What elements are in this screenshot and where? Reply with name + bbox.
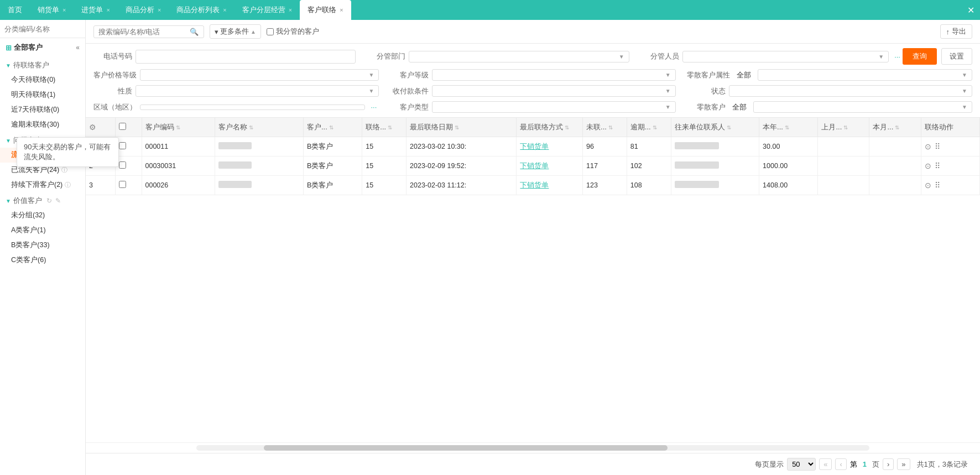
my-customers-checkbox-label[interactable]: 我分管的客户	[267, 27, 319, 36]
th-contact[interactable]: 联络... ⇅	[362, 118, 406, 137]
select-retail[interactable]: ▼	[753, 101, 972, 113]
tab-purchase[interactable]: 进货单 ×	[74, 0, 117, 20]
select-price-grade[interactable]: ▼	[140, 69, 379, 81]
next-page-button[interactable]: ›	[883, 458, 894, 470]
sidebar-item-overdue[interactable]: 逾期未联络(30)	[0, 117, 85, 132]
table-header-row: ⚙ 客户编码 ⇅ 客户名称	[86, 118, 980, 137]
table-row: 2 00030031 B类客户 15 2023-02-09 19:52: 下销货…	[86, 156, 980, 176]
method-link-1[interactable]: 下销货单	[520, 161, 549, 170]
sidebar-item-today[interactable]: 今天待联络(0)	[0, 72, 85, 87]
th-lastm[interactable]: 上月... ⇅	[818, 118, 869, 137]
tab-purchase-close[interactable]: ×	[106, 7, 110, 13]
sidebar-all-customers[interactable]: ⊞ 全部客户 «	[0, 38, 85, 57]
search-input[interactable]	[98, 28, 187, 36]
action-contact-icon-2[interactable]: ⊙	[925, 181, 931, 190]
scroll-container	[86, 442, 980, 453]
select-customer-grade[interactable]: ▼	[432, 69, 675, 81]
th-type[interactable]: 客户... ⇅	[303, 118, 362, 137]
tab-sales[interactable]: 销货单 ×	[30, 0, 74, 20]
page-word: 页	[872, 460, 879, 469]
input-phone[interactable]	[135, 50, 356, 64]
select-region[interactable]	[140, 105, 365, 110]
th-overdue[interactable]: 逾期... ⇅	[627, 118, 671, 137]
collapse-icon[interactable]: «	[76, 44, 80, 51]
settings-button[interactable]: 设置	[941, 48, 972, 65]
th-last-date[interactable]: 最后联络日期 ⇅	[406, 118, 517, 137]
tab-analysis-list-close[interactable]: ×	[223, 7, 226, 13]
method-link-0[interactable]: 下销货单	[520, 142, 549, 150]
td-overdue-0: 81	[627, 137, 671, 156]
tab-sales-close[interactable]: ×	[62, 7, 66, 13]
close-all-icon[interactable]: ✕	[967, 5, 980, 15]
per-page-select[interactable]: 50 100	[787, 458, 816, 471]
sidebar-item-tomorrow[interactable]: 明天待联络(1)	[0, 87, 85, 102]
label-retail-attr: 零散客户属性	[687, 70, 730, 80]
search-icon[interactable]: 🔍	[190, 28, 199, 36]
th-code[interactable]: 客户编码 ⇅	[142, 118, 215, 137]
th-name[interactable]: 客户名称 ⇅	[215, 118, 304, 137]
sidebar-item-declining[interactable]: 持续下滑客户(2) ⓘ	[0, 178, 85, 192]
th-thism[interactable]: 本月... ⇅	[869, 118, 921, 137]
tab-analysis[interactable]: 商品分析 ×	[118, 0, 169, 20]
page-word-before: 第	[850, 460, 857, 469]
filter-retail-attr: 零散客户属性 全部 ▼	[687, 69, 972, 81]
row-checkbox-2[interactable]	[119, 181, 126, 188]
sidebar-item-7days[interactable]: 近7天待联络(0)	[0, 102, 85, 117]
th-unlinked[interactable]: 未联... ⇅	[583, 118, 627, 137]
prev-page-button[interactable]: ‹	[835, 458, 846, 470]
th-last-method[interactable]: 最后联络方式 ⇅	[517, 118, 583, 137]
select-status[interactable]: ▼	[729, 85, 972, 97]
th-last-date-label: 最后联络日期	[410, 122, 453, 132]
sidebar-item-c-class[interactable]: C类客户(6)	[0, 253, 85, 268]
th-thisyr[interactable]: 本年... ⇅	[759, 118, 818, 137]
select-nature[interactable]: ▼	[135, 85, 379, 97]
sidebar-section-pending[interactable]: ▼ 待联络客户	[0, 57, 85, 72]
tab-customer-segment-close[interactable]: ×	[289, 7, 292, 13]
td-type-1: B类客户	[303, 156, 362, 176]
select-all-checkbox[interactable]	[119, 123, 126, 130]
th-last-method-label: 最后联络方式	[520, 122, 563, 132]
edit-icon-value[interactable]: ✎	[55, 197, 61, 205]
region-more-btn[interactable]: ···	[368, 103, 379, 111]
tab-customer-contact[interactable]: 客户联络 ×	[300, 0, 351, 20]
more-conditions-button[interactable]: ▾ 更多条件 ▲	[210, 24, 261, 39]
action-more-icon-2[interactable]: ⠿	[935, 181, 940, 190]
export-button[interactable]: ↑ 导出	[940, 24, 973, 39]
scrollbar-thumb[interactable]	[264, 445, 668, 451]
sidebar-item-a-class[interactable]: A类客户(1)	[0, 223, 85, 238]
tab-home[interactable]: 首页	[0, 0, 30, 20]
tab-analysis-close[interactable]: ×	[158, 7, 161, 13]
my-customers-checkbox[interactable]	[267, 28, 274, 35]
method-link-2[interactable]: 下销货单	[520, 181, 549, 189]
table-row: 3 000026 B类客户 15 2023-02-03 11:12: 下销货单 …	[86, 176, 980, 195]
action-more-icon-0[interactable]: ⠿	[935, 142, 940, 151]
more-conditions-arrow: ▲	[251, 29, 256, 35]
select-payment[interactable]: ▼	[432, 85, 675, 97]
refresh-icon-value[interactable]: ↻	[46, 197, 52, 205]
row-checkbox-0[interactable]	[119, 142, 126, 149]
first-page-button[interactable]: «	[819, 458, 832, 470]
last-page-button[interactable]: »	[897, 458, 910, 470]
select-customer-type[interactable]: ▼	[432, 101, 675, 113]
th-liaison[interactable]: 往来单位联系人 ⇅	[671, 118, 759, 137]
tab-customer-segment[interactable]: 客户分层经营 ×	[234, 0, 300, 20]
sidebar-item-ungroup[interactable]: 未分组(32)	[0, 208, 85, 223]
sidebar-item-b-class[interactable]: B类客户(33)	[0, 238, 85, 253]
query-button[interactable]: 查询	[903, 48, 937, 65]
th-code-label: 客户编码	[145, 122, 174, 132]
manager-more-btn[interactable]: ···	[892, 53, 903, 61]
sidebar-search-input[interactable]	[4, 25, 86, 33]
tab-customer-contact-close[interactable]: ×	[340, 7, 343, 13]
tab-analysis-list[interactable]: 商品分析列表 ×	[169, 0, 234, 20]
action-more-icon-1[interactable]: ⠿	[935, 161, 940, 170]
select-retail-attr[interactable]: ▼	[758, 69, 972, 81]
sidebar-section-value[interactable]: ▼ 价值客户 ↻ ✎	[0, 192, 85, 208]
action-contact-icon-1[interactable]: ⊙	[925, 161, 931, 170]
select-dept[interactable]: ▼	[409, 51, 629, 62]
action-contact-icon-0[interactable]: ⊙	[925, 142, 931, 151]
filter-row-2: 客户价格等级 ▼ 客户等级 ▼ 零散客户属性	[93, 69, 972, 81]
select-manager[interactable]: ▼	[682, 51, 889, 62]
select-payment-arrow: ▼	[665, 88, 671, 94]
table-settings-icon[interactable]: ⚙	[89, 123, 96, 132]
row-checkbox-1[interactable]	[119, 161, 126, 169]
